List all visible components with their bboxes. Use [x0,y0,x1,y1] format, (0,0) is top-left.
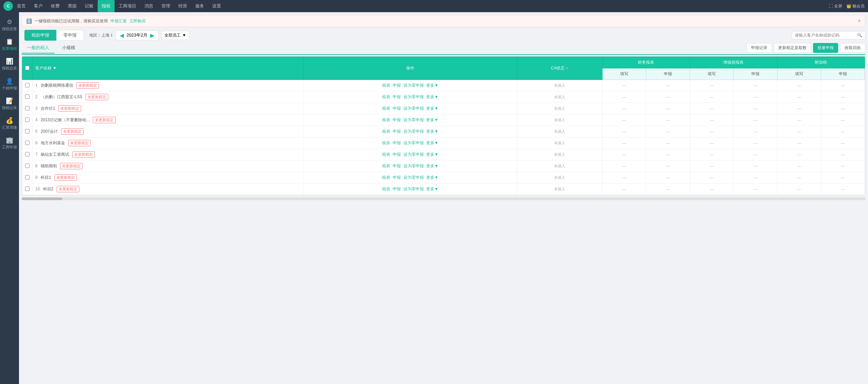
sidebar-item-tax-records[interactable]: 📝 报税记录 [0,94,19,113]
sidebar-item-tax-overview[interactable]: 📊 报税总览 [0,54,19,74]
op-declare[interactable]: 申报 [393,94,401,99]
nav-item-记账[interactable]: 记账 [81,0,98,12]
op-declare[interactable]: 申报 [393,187,401,191]
nav-item-消息[interactable]: 消息 [140,0,157,12]
row-col-0: — [602,80,646,91]
op-tax-table[interactable]: 税表 [382,118,390,122]
row-checkbox-1[interactable] [25,94,29,99]
op-set-zero[interactable]: 设为零申报 [403,141,424,145]
op-set-zero[interactable]: 设为零申报 [403,118,424,122]
op-more[interactable]: 更多▼ [426,141,438,145]
search-icon[interactable]: 🔍 [857,33,862,38]
nav-item-工商项目[interactable]: 工商项目 [115,0,140,12]
op-set-zero[interactable]: 设为零申报 [403,164,424,168]
op-more[interactable]: 更多▼ [426,83,438,88]
op-tax-table[interactable]: 税表 [382,175,390,180]
sidebar-item-personal-tax[interactable]: 👤 个税申报 [0,74,19,94]
row-checkbox-0[interactable] [25,83,29,87]
row-checkbox-9[interactable] [25,187,29,191]
op-set-zero[interactable]: 设为零申报 [403,106,424,111]
sidebar-label-tax-settings: 报税设置 [2,27,17,31]
op-tax-table[interactable]: 税表 [382,129,390,134]
row-num: 1 [35,83,38,88]
collect-receipt-btn[interactable]: 收取回执 [840,43,865,53]
op-tax-table[interactable]: 税表 [382,187,390,191]
bottom-scrollbar [19,195,868,202]
op-tax-table[interactable]: 税表 [382,152,390,157]
tab-zero-declaration[interactable]: 零申报 [56,30,84,41]
row-checkbox-3[interactable] [25,118,29,122]
op-set-zero[interactable]: 设为零申报 [403,175,424,180]
op-set-zero[interactable]: 设为零申报 [403,152,424,157]
nav-item-票据[interactable]: 票据 [64,0,81,12]
op-declare[interactable]: 申报 [393,175,401,180]
nav-item-服务[interactable]: 服务 [191,0,208,12]
row-checkbox-4[interactable] [25,129,29,133]
op-declare[interactable]: 申报 [393,164,401,168]
row-checkbox-2[interactable] [25,106,29,110]
vip-btn[interactable]: 👑 畅会员 [846,3,865,9]
scroll-thumb[interactable] [22,197,62,200]
table-row: 8 辅助期初 未更新税定 税表 申报 设为零申报 更多▼ 未插入 —————— [22,161,865,172]
nav-item-经营[interactable]: 经营 [174,0,191,12]
banner-link-buy[interactable]: 立即购买 [130,18,146,24]
fullscreen-btn[interactable]: ⛶ 全屏 [829,3,842,9]
op-more[interactable]: 更多▼ [426,175,438,180]
op-set-zero[interactable]: 设为零申报 [403,129,424,134]
nav-item-设置[interactable]: 设置 [208,0,225,12]
search-input[interactable] [795,33,856,38]
op-declare[interactable]: 申报 [393,106,401,111]
op-more[interactable]: 更多▼ [426,118,438,122]
op-declare[interactable]: 申报 [393,152,401,157]
row-ops-cell: 税表 申报 设为零申报 更多▼ [303,184,517,195]
batch-declare-btn[interactable]: 批量申报 [813,43,838,53]
overview-icon: 📊 [6,58,13,65]
op-declare[interactable]: 申报 [393,83,401,88]
row-checkbox-7[interactable] [25,164,29,168]
sidebar-item-batch-tax[interactable]: 📋 批量报税 [0,35,19,54]
date-next-btn[interactable]: ▶ [149,32,156,39]
nav-item-首页[interactable]: 首页 [13,0,30,12]
date-prev-btn[interactable]: ◀ [118,32,125,39]
select-all-checkbox[interactable] [25,66,29,70]
row-checkbox-6[interactable] [25,152,29,156]
sidebar-item-annual-report[interactable]: 🏢 工商年报 [0,133,19,153]
op-tax-table[interactable]: 税表 [382,83,390,88]
op-set-zero[interactable]: 设为零申报 [403,187,424,191]
op-tax-table[interactable]: 税表 [382,164,390,168]
banner-link-report[interactable]: 申报汇签 [111,18,127,24]
tab-tax-declaration[interactable]: 税款申报 [24,30,56,41]
nav-item-管理[interactable]: 管理 [157,0,174,12]
region-info-icon[interactable]: ℹ [111,33,113,38]
op-more[interactable]: 更多▼ [426,187,438,191]
scroll-track[interactable] [22,197,865,200]
op-set-zero[interactable]: 设为零申报 [403,94,424,99]
row-col-5: — [821,161,865,172]
subtab-general-taxpayer[interactable]: 一般的税人 [22,43,55,54]
nav-item-收费[interactable]: 收费 [47,0,64,12]
update-tax-btn[interactable]: 更新税定及取数 [774,43,811,53]
op-set-zero[interactable]: 设为零申报 [403,83,424,88]
row-checkbox-8[interactable] [25,175,29,179]
op-more[interactable]: 更多▼ [426,129,438,134]
sidebar-item-tax-settings[interactable]: ⚙ 报税设置 [0,15,19,35]
nav-item-报税[interactable]: 报税 [98,0,115,12]
nav-item-客户[interactable]: 客户 [30,0,47,12]
op-declare[interactable]: 申报 [393,141,401,145]
row-checkbox-5[interactable] [25,141,29,145]
declaration-record-btn[interactable]: 申报记录 [747,43,772,53]
sidebar-item-settlement[interactable]: 💰 汇算清缴 [0,113,19,133]
op-more[interactable]: 更多▼ [426,106,438,111]
banner-close-btn[interactable]: × [858,18,861,24]
op-more[interactable]: 更多▼ [426,164,438,168]
op-declare[interactable]: 申报 [393,129,401,134]
subtab-small-scale[interactable]: 小规模 [57,43,81,53]
op-declare[interactable]: 申报 [393,118,401,122]
op-tax-table[interactable]: 税表 [382,141,390,145]
op-tax-table[interactable]: 税表 [382,94,390,99]
staff-filter[interactable]: 全部员工 ▼ [161,31,189,40]
op-tax-table[interactable]: 税表 [382,106,390,111]
op-more[interactable]: 更多▼ [426,152,438,157]
main-table: 客户名称 ▼ 操作 CA状态 ○ 财务报表 增值税报表 附加税 填写 申报 填写… [22,57,865,195]
op-more[interactable]: 更多▼ [426,94,438,99]
